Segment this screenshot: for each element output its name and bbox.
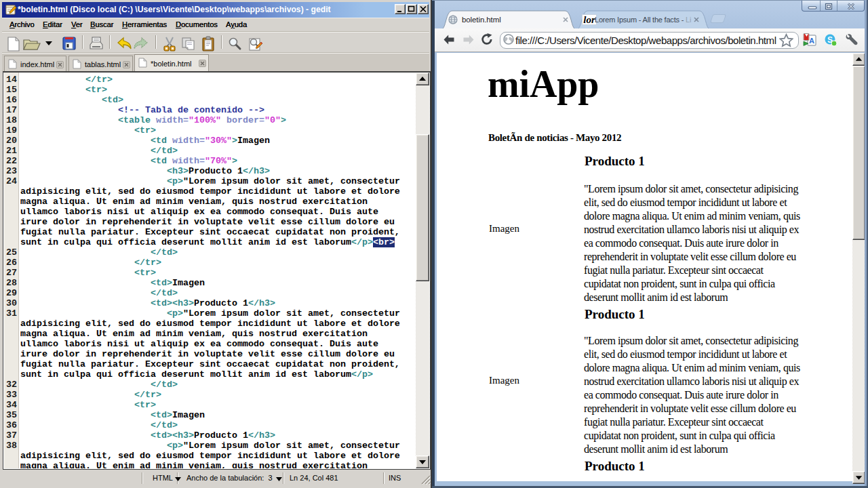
svg-text:A: A (809, 37, 814, 45)
